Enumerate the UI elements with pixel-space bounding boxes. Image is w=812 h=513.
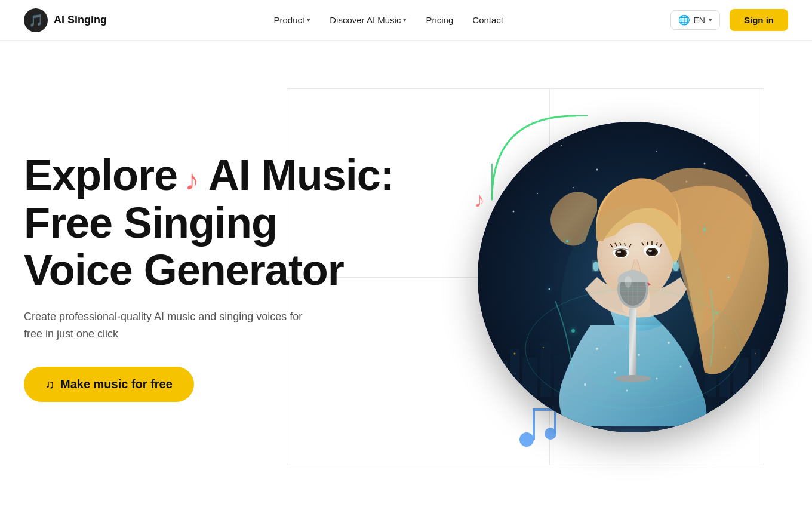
svg-rect-5 [533,408,553,411]
svg-point-73 [703,228,706,231]
svg-rect-4 [533,408,535,440]
svg-point-15 [537,193,538,194]
translate-icon: 🌐 [678,14,690,26]
svg-point-36 [755,353,756,354]
singer-image [478,122,788,432]
svg-point-32 [514,352,516,354]
svg-point-2 [519,432,534,447]
svg-point-16 [513,210,515,212]
decorative-music-note-pink: ♪ [474,188,485,213]
make-music-button[interactable]: ♫ Make music for free [24,367,194,402]
svg-point-9 [561,145,562,146]
svg-point-71 [561,205,705,397]
svg-point-12 [704,162,706,164]
svg-rect-28 [733,358,748,397]
nav-pricing[interactable]: Pricing [426,15,453,25]
svg-point-74 [571,329,575,333]
hero-section: Explore ♪ AI Music: Free Singing Voice G… [0,41,812,513]
language-selector[interactable]: 🌐 EN ▾ [670,10,720,30]
svg-rect-30 [763,364,775,397]
hero-subtitle: Create professional-quality AI music and… [24,308,322,343]
nav-contact[interactable]: Contact [472,15,503,25]
chevron-down-icon: ▾ [709,16,712,24]
music-note-icon: ♪ [177,164,198,196]
svg-point-11 [656,151,657,152]
navbar: 🎵 AI Singing Product ▾ Discover AI Music… [0,0,812,41]
hero-title-ai-music: AI Music: [198,151,393,199]
svg-point-76 [549,288,550,290]
svg-point-10 [596,168,598,170]
svg-point-77 [728,276,730,278]
sign-in-button[interactable]: Sign in [730,9,788,31]
svg-rect-21 [496,361,508,397]
svg-point-17 [770,199,771,200]
hero-title-explore: Explore [24,151,177,199]
hero-right: ♪ [444,68,788,486]
hero-title: Explore ♪ AI Music: Free Singing Voice G… [24,152,420,294]
logo[interactable]: 🎵 AI Singing [24,8,107,32]
nav-product[interactable]: Product ▾ [274,15,311,25]
nav-center: Product ▾ Discover AI Music ▾ Pricing Co… [274,15,503,25]
hero-title-line2: Free Singing [24,199,277,247]
chevron-down-icon: ▾ [403,16,407,24]
svg-point-3 [545,428,556,440]
hero-title-line3: Voice Generator [24,246,344,294]
svg-point-31 [504,365,505,366]
chevron-down-icon: ▾ [307,16,310,24]
logo-icon: 🎵 [24,8,48,32]
svg-point-75 [715,312,718,314]
svg-point-13 [728,145,729,146]
nav-discover[interactable]: Discover AI Music ▾ [330,15,407,25]
svg-point-14 [746,174,748,176]
svg-point-43 [584,383,586,386]
svg-point-72 [566,240,568,242]
nav-right: 🌐 EN ▾ Sign in [670,9,788,31]
logo-text: AI Singing [54,14,107,26]
svg-point-33 [543,347,544,348]
svg-rect-29 [751,349,760,397]
svg-point-18 [573,187,574,188]
svg-rect-23 [522,358,537,397]
svg-point-8 [525,156,527,158]
hero-left: Explore ♪ AI Music: Free Singing Voice G… [24,152,444,401]
svg-rect-22 [510,349,519,397]
svg-rect-24 [540,343,551,397]
music-note-cta-icon: ♫ [45,377,54,391]
